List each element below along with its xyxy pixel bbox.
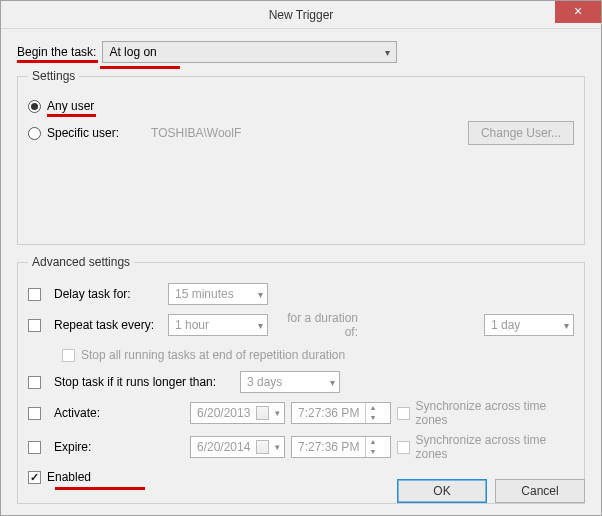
dialog-content: Begin the task: At log on ▾ Settings Any… [1, 29, 601, 516]
settings-group: Settings Any user Specific user: TOSHIBA… [17, 69, 585, 245]
activate-time-value: 7:27:36 PM [292, 403, 365, 423]
duration-value: 1 day [491, 318, 520, 332]
expire-date-picker[interactable]: 6/20/2014 ▾ [190, 436, 285, 458]
settings-legend: Settings [28, 69, 79, 83]
enabled-checkbox[interactable] [28, 471, 41, 484]
expire-time-value: 7:27:36 PM [292, 437, 365, 457]
calendar-icon [256, 440, 269, 454]
chevron-down-icon: ▾ [258, 320, 263, 331]
highlight-underline [100, 66, 180, 69]
change-user-button[interactable]: Change User... [468, 121, 574, 145]
stop-if-value: 3 days [247, 375, 282, 389]
calendar-icon [256, 406, 269, 420]
chevron-down-icon: ▾ [275, 442, 280, 452]
delay-task-combo[interactable]: 15 minutes ▾ [168, 283, 268, 305]
chevron-down-icon: ▾ [564, 320, 569, 331]
ok-button[interactable]: OK [397, 479, 487, 503]
expire-sync-label: Synchronize across time zones [416, 433, 575, 461]
any-user-radio[interactable] [28, 100, 41, 113]
begin-task-select[interactable]: At log on ▾ [102, 41, 397, 63]
delay-task-value: 15 minutes [175, 287, 234, 301]
chevron-down-icon: ▾ [330, 377, 335, 388]
repeat-task-label: Repeat task every: [54, 318, 162, 332]
expire-date-value: 6/20/2014 [197, 440, 250, 454]
stop-if-label: Stop task if it runs longer than: [54, 375, 234, 389]
chevron-down-icon: ▾ [275, 408, 280, 418]
stop-all-label: Stop all running tasks at end of repetit… [81, 348, 345, 362]
expire-time-spinner[interactable]: 7:27:36 PM ▲▼ [291, 436, 391, 458]
activate-sync-checkbox[interactable] [397, 407, 410, 420]
begin-task-label: Begin the task: [17, 45, 96, 59]
activate-date-value: 6/20/2013 [197, 406, 250, 420]
dialog-footer: OK Cancel [397, 479, 585, 503]
repeat-task-combo[interactable]: 1 hour ▾ [168, 314, 268, 336]
delay-task-checkbox[interactable] [28, 288, 41, 301]
stop-if-checkbox[interactable] [28, 376, 41, 389]
chevron-down-icon: ▾ [258, 289, 263, 300]
repeat-task-value: 1 hour [175, 318, 209, 332]
titlebar: New Trigger × [1, 1, 601, 29]
advanced-settings-group: Advanced settings Delay task for: 15 min… [17, 255, 585, 504]
specific-user-radio[interactable] [28, 127, 41, 140]
specific-user-value: TOSHIBA\WoolF [151, 126, 241, 140]
expire-sync-checkbox[interactable] [397, 441, 410, 454]
begin-task-selected: At log on [109, 45, 156, 59]
delay-task-label: Delay task for: [54, 287, 162, 301]
activate-checkbox[interactable] [28, 407, 41, 420]
activate-time-spinner[interactable]: 7:27:36 PM ▲▼ [291, 402, 391, 424]
dialog-window: New Trigger × Begin the task: At log on … [0, 0, 602, 516]
spinner-buttons[interactable]: ▲▼ [365, 403, 379, 423]
repeat-task-checkbox[interactable] [28, 319, 41, 332]
chevron-down-icon: ▾ [385, 47, 390, 58]
specific-user-label: Specific user: [47, 126, 119, 140]
highlight-underline [55, 487, 145, 490]
cancel-button[interactable]: Cancel [495, 479, 585, 503]
expire-label: Expire: [54, 440, 184, 454]
activate-label: Activate: [54, 406, 184, 420]
advanced-legend: Advanced settings [28, 255, 134, 269]
duration-label: for a duration of: [274, 311, 362, 339]
any-user-label: Any user [47, 99, 94, 113]
expire-checkbox[interactable] [28, 441, 41, 454]
window-title: New Trigger [1, 1, 601, 29]
close-button[interactable]: × [555, 1, 601, 23]
stop-if-combo[interactable]: 3 days ▾ [240, 371, 340, 393]
activate-sync-label: Synchronize across time zones [416, 399, 575, 427]
duration-combo[interactable]: 1 day ▾ [484, 314, 574, 336]
stop-all-checkbox[interactable] [62, 349, 75, 362]
spinner-buttons[interactable]: ▲▼ [365, 437, 379, 457]
activate-date-picker[interactable]: 6/20/2013 ▾ [190, 402, 285, 424]
enabled-label: Enabled [47, 470, 91, 484]
